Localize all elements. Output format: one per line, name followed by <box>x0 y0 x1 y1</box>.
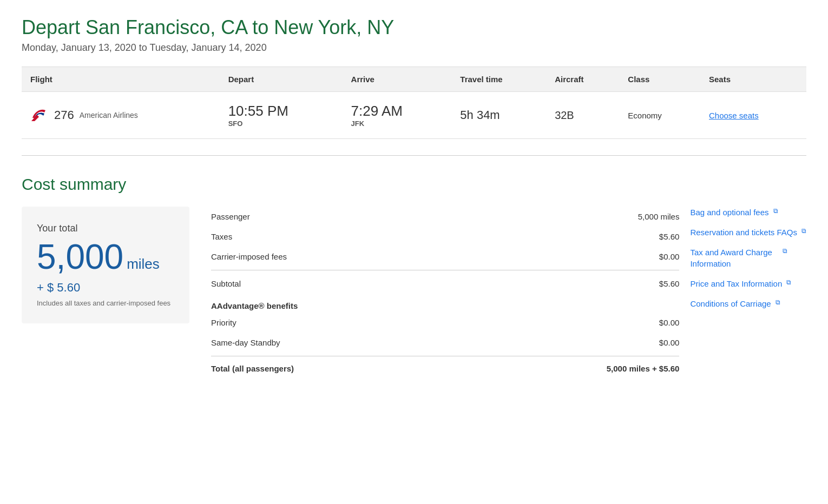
depart-time: 10:55 PM <box>228 103 334 120</box>
total-label: Total (all passengers) <box>211 364 294 373</box>
col-depart: Depart <box>220 67 343 92</box>
col-flight: Flight <box>22 67 220 92</box>
cost-details: Passenger 5,000 miles Taxes $5.60 Carrie… <box>211 207 679 381</box>
cost-details-area: Passenger 5,000 miles Taxes $5.60 Carrie… <box>211 207 806 381</box>
cost-row-priority: Priority $0.00 <box>211 313 679 333</box>
total-miles: 5,000 <box>37 240 123 274</box>
col-travel-time: Travel time <box>451 67 546 92</box>
price-tax-link[interactable]: Price and Tax Information ⧉ <box>690 278 806 289</box>
airline-name: American Airlines <box>80 111 138 120</box>
bag-fees-link[interactable]: Bag and optional fees ⧉ <box>690 207 806 218</box>
carrier-fees-label: Carrier-imposed fees <box>211 252 287 261</box>
taxes-label: Taxes <box>211 232 232 241</box>
passenger-value: 5,000 miles <box>614 212 679 221</box>
aircraft-cell: 32B <box>546 92 619 139</box>
arrive-time: 7:29 AM <box>351 103 443 120</box>
depart-cell: 10:55 PM SFO <box>220 92 343 139</box>
priority-value: $0.00 <box>614 318 679 327</box>
external-link-icon-2: ⧉ <box>783 247 787 256</box>
taxes-value: $5.60 <box>614 232 679 241</box>
table-row: 276 American Airlines 10:55 PM SFO 7:29 … <box>22 92 806 139</box>
total-box: Your total 5,000 miles + $ 5.60 Includes… <box>22 207 189 323</box>
conditions-carriage-link[interactable]: Conditions of Carriage ⧉ <box>690 298 806 309</box>
external-link-icon-0: ⧉ <box>773 207 778 216</box>
seats-cell: Choose seats <box>700 92 806 139</box>
travel-time-value: 5h 34m <box>460 108 500 122</box>
cost-summary-layout: Your total 5,000 miles + $ 5.60 Includes… <box>22 207 806 381</box>
col-aircraft: Aircraft <box>546 67 619 92</box>
subtotal-label: Subtotal <box>211 279 241 288</box>
carrier-fees-value: $0.00 <box>614 252 679 261</box>
reservation-faqs-link[interactable]: Reservation and tickets FAQs ⧉ <box>690 227 806 238</box>
class-cell: Economy <box>619 92 700 139</box>
cost-summary-title: Cost summary <box>22 175 806 194</box>
external-link-icon-3: ⧉ <box>786 278 791 287</box>
passenger-label: Passenger <box>211 212 250 221</box>
priority-label: Priority <box>211 318 236 327</box>
travel-time-cell: 5h 34m <box>451 92 546 139</box>
cost-row-standby: Same-day Standby $0.00 <box>211 333 679 353</box>
flight-cell: 276 American Airlines <box>22 92 220 139</box>
total-box-label: Your total <box>37 223 174 234</box>
total-miles-unit: miles <box>127 256 160 273</box>
flight-table: Flight Depart Arrive Travel time Aircraf… <box>22 67 806 139</box>
class-value: Economy <box>628 111 662 120</box>
standby-label: Same-day Standby <box>211 338 280 347</box>
external-link-icon-1: ⧉ <box>801 227 806 236</box>
cost-row-taxes: Taxes $5.60 <box>211 227 679 247</box>
total-row: Total (all passengers) 5,000 miles + $5.… <box>211 356 679 381</box>
section-divider <box>22 155 806 156</box>
depart-airport: SFO <box>228 120 334 128</box>
total-includes: Includes all taxes and carrier-imposed f… <box>37 299 174 307</box>
links-column: Bag and optional fees ⧉ Reservation and … <box>679 207 806 381</box>
tax-award-link[interactable]: Tax and Award Charge Information ⧉ <box>690 247 787 269</box>
flight-number: 276 <box>54 108 74 122</box>
table-header-row: Flight Depart Arrive Travel time Aircraf… <box>22 67 806 92</box>
aircraft-code: 32B <box>555 109 574 121</box>
col-seats: Seats <box>700 67 806 92</box>
airline-logo <box>30 106 49 124</box>
benefits-header: AAdvantage® benefits <box>211 294 679 313</box>
cost-row-carrier-fees: Carrier-imposed fees $0.00 <box>211 247 679 267</box>
subtotal-row: Subtotal $5.60 <box>211 274 679 294</box>
external-link-icon-4: ⧉ <box>776 298 780 307</box>
page-title: Depart San Francisco, CA to New York, NY <box>22 16 806 39</box>
standby-value: $0.00 <box>614 338 679 347</box>
cost-divider-1 <box>211 270 679 270</box>
arrive-airport: JFK <box>351 120 443 128</box>
arrive-cell: 7:29 AM JFK <box>343 92 452 139</box>
cost-row-passenger: Passenger 5,000 miles <box>211 207 679 227</box>
subtotal-value: $5.60 <box>614 279 679 288</box>
col-arrive: Arrive <box>343 67 452 92</box>
total-plus-cash: + $ 5.60 <box>37 281 174 295</box>
col-class: Class <box>619 67 700 92</box>
total-value: 5,000 miles + $5.60 <box>607 364 680 373</box>
page-subtitle: Monday, January 13, 2020 to Tuesday, Jan… <box>22 42 806 54</box>
choose-seats-link[interactable]: Choose seats <box>709 111 759 120</box>
